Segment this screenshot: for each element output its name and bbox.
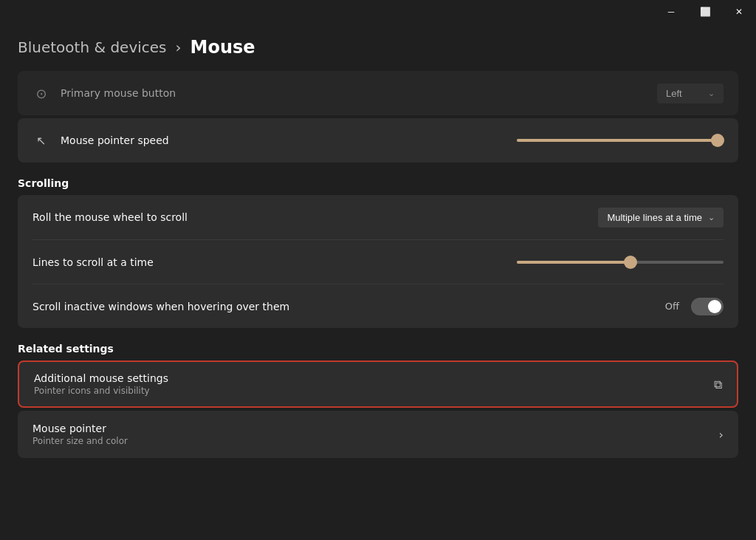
primary-mouse-left: ⊙ Primary mouse button [32,86,657,101]
scrolling-section-header: Scrolling [18,177,738,189]
additional-mouse-settings-card: Additional mouse settings Pointer icons … [18,360,738,408]
lines-to-scroll-slider[interactable] [517,261,724,264]
primary-mouse-row: ⊙ Primary mouse button Left ⌄ [32,71,724,115]
chevron-right-icon: › [719,428,724,442]
scroll-inactive-toggle-label: Off [665,301,679,312]
breadcrumb-separator: › [176,38,182,56]
primary-mouse-dropdown-arrow: ⌄ [708,89,715,98]
mouse-pointer-speed-row: ↖ Mouse pointer speed [32,118,724,163]
breadcrumb-parent[interactable]: Bluetooth & devices [18,38,167,56]
scroll-inactive-label: Scroll inactive windows when hovering ov… [32,301,289,312]
close-button[interactable]: ✕ [722,0,756,24]
mouse-pointer-speed-slider[interactable] [517,139,724,142]
roll-mouse-wheel-label: Roll the mouse wheel to scroll [32,211,188,223]
lines-to-scroll-thumb[interactable] [624,256,637,269]
maximize-button[interactable]: ⬜ [688,0,722,24]
lines-to-scroll-fill [517,261,630,264]
scroll-inactive-row: Scroll inactive windows when hovering ov… [32,284,724,328]
scrolling-card: Roll the mouse wheel to scroll Multiple … [18,195,738,328]
mouse-pointer-text: Mouse pointer Pointer size and color [32,423,128,446]
mouse-pointer-sublabel: Pointer size and color [32,436,128,446]
lines-to-scroll-track [517,261,724,264]
lines-to-scroll-row: Lines to scroll at a time [32,239,724,284]
roll-mouse-wheel-arrow: ⌄ [708,213,715,222]
lines-to-scroll-left: Lines to scroll at a time [32,256,517,268]
scroll-inactive-toggle-knob [708,300,721,313]
primary-mouse-value-text: Left [666,88,682,99]
mouse-pointer-row[interactable]: Mouse pointer Pointer size and color › [18,411,738,458]
additional-mouse-settings-label: Additional mouse settings [34,372,168,384]
additional-mouse-settings-text: Additional mouse settings Pointer icons … [34,372,168,396]
roll-mouse-wheel-row: Roll the mouse wheel to scroll Multiple … [32,195,724,239]
scroll-inactive-toggle[interactable] [691,298,724,315]
lines-to-scroll-label: Lines to scroll at a time [32,256,154,268]
mouse-pointer-speed-label: Mouse pointer speed [61,134,169,146]
breadcrumb-current: Mouse [190,37,255,58]
mouse-pointer-speed-fill [517,139,718,142]
scroll-inactive-left: Scroll inactive windows when hovering ov… [32,301,665,312]
primary-mouse-icon: ⊙ [32,86,50,101]
additional-mouse-settings-sublabel: Pointer icons and visibility [34,386,168,396]
external-link-icon: ⧉ [714,377,722,392]
roll-mouse-wheel-value: Multiple lines at a time [607,212,702,223]
related-settings-header: Related settings [18,343,738,355]
mouse-pointer-speed-track [517,139,724,142]
mouse-pointer-card: Mouse pointer Pointer size and color › [18,411,738,458]
mouse-pointer-speed-thumb[interactable] [711,134,724,147]
title-bar: ─ ⬜ ✕ [0,0,756,24]
primary-mouse-label: Primary mouse button [61,87,176,99]
mouse-pointer-label: Mouse pointer [32,423,128,434]
breadcrumb: Bluetooth & devices › Mouse [18,37,255,58]
mouse-pointer-speed-left: ↖ Mouse pointer speed [32,134,517,148]
roll-mouse-wheel-left: Roll the mouse wheel to scroll [32,211,598,223]
header: Bluetooth & devices › Mouse [0,24,756,71]
additional-mouse-settings-row[interactable]: Additional mouse settings Pointer icons … [18,360,738,408]
primary-mouse-value-button[interactable]: Left ⌄ [657,83,724,103]
mouse-pointer-speed-card: ↖ Mouse pointer speed [18,118,738,163]
mouse-pointer-speed-icon: ↖ [32,134,50,148]
primary-mouse-button-card: ⊙ Primary mouse button Left ⌄ [18,71,738,115]
window-controls: ─ ⬜ ✕ [654,0,756,24]
scroll-inactive-right: Off [665,298,724,315]
minimize-button[interactable]: ─ [654,0,688,24]
roll-mouse-wheel-button[interactable]: Multiple lines at a time ⌄ [598,208,724,228]
content-area: ⊙ Primary mouse button Left ⌄ ↖ Mouse po… [0,71,756,540]
